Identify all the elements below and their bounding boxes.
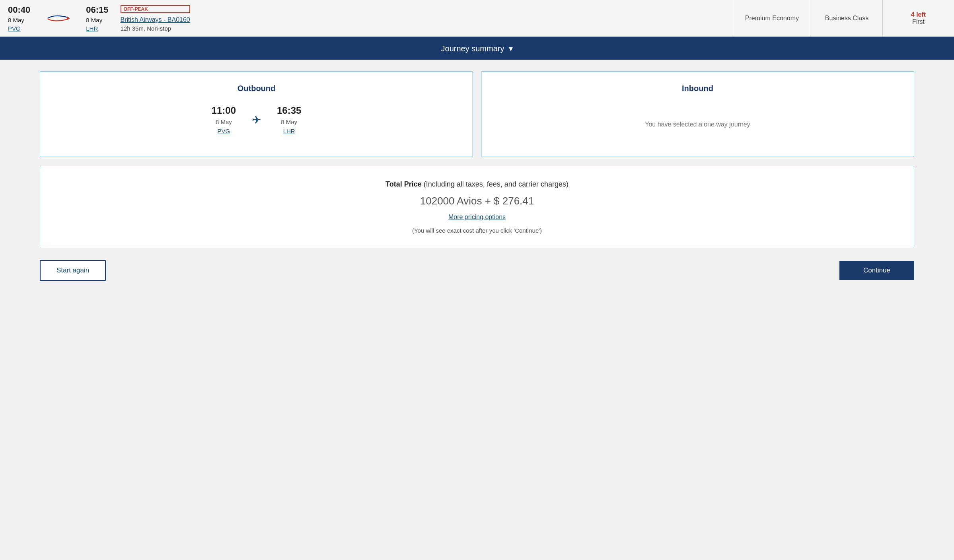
outbound-arrival: 16:35 8 May LHR	[277, 105, 301, 134]
start-again-button[interactable]: Start again	[40, 260, 106, 281]
outbound-dep-date: 8 May	[216, 119, 232, 125]
continue-button[interactable]: Continue	[839, 261, 914, 280]
departure-block: 00:40 8 May PVG	[8, 5, 30, 32]
arrival-block: 06:15 8 May LHR	[86, 5, 108, 32]
first-class-option[interactable]: 4 left First	[882, 0, 954, 37]
arrival-airport-link[interactable]: LHR	[86, 25, 108, 32]
airline-link[interactable]: British Airways - BA0160	[121, 16, 190, 23]
duration-text: 12h 35m, Non-stop	[121, 25, 190, 32]
arrival-date: 8 May	[86, 17, 108, 23]
price-card: Total Price (Including all taxes, fees, …	[40, 166, 914, 248]
seats-left-text: 4 left	[911, 11, 926, 18]
departure-airport-link[interactable]: PVG	[8, 25, 30, 32]
outbound-title: Outbound	[56, 84, 457, 93]
top-flight-row: 00:40 8 May PVG 06:15 8 May LHR OFF-PEAK…	[0, 0, 954, 37]
first-class-label: First	[912, 18, 925, 25]
outbound-departure: 11:00 8 May PVG	[212, 105, 236, 134]
outbound-dep-time: 11:00	[212, 105, 236, 116]
departure-date: 8 May	[8, 17, 30, 23]
flight-info: 00:40 8 May PVG 06:15 8 May LHR OFF-PEAK…	[0, 0, 733, 37]
price-value: 102000 Avios + $ 276.41	[56, 195, 898, 207]
business-class-option[interactable]: Business Class	[811, 0, 882, 37]
inbound-card: Inbound You have selected a one way jour…	[481, 72, 914, 156]
premium-economy-label: Premium Economy	[745, 15, 799, 22]
outbound-dep-airport[interactable]: PVG	[217, 128, 230, 134]
journey-cards: Outbound 11:00 8 May PVG ✈ 16:35 8 May L…	[40, 72, 914, 156]
journey-summary-label: Journey summary	[441, 44, 504, 53]
class-options: Premium Economy Business Class 4 left Fi…	[733, 0, 954, 37]
journey-summary-bar[interactable]: Journey summary ▾	[0, 37, 954, 60]
outbound-arr-date: 8 May	[281, 119, 297, 125]
ba-logo	[46, 12, 70, 24]
outbound-arr-time: 16:35	[277, 105, 301, 116]
inbound-title: Inbound	[497, 84, 898, 93]
chevron-down-icon: ▾	[509, 44, 513, 53]
more-pricing-link[interactable]: More pricing options	[56, 214, 898, 221]
outbound-card: Outbound 11:00 8 May PVG ✈ 16:35 8 May L…	[40, 72, 473, 156]
arrival-time: 06:15	[86, 5, 108, 15]
outbound-route: 11:00 8 May PVG ✈ 16:35 8 May LHR	[56, 105, 457, 134]
premium-economy-option[interactable]: Premium Economy	[733, 0, 811, 37]
total-price-label: Total Price (Including all taxes, fees, …	[56, 180, 898, 189]
bottom-buttons: Start again Continue	[40, 260, 914, 281]
business-class-label: Business Class	[825, 15, 868, 22]
departure-time: 00:40	[8, 5, 30, 15]
off-peak-badge: OFF-PEAK	[121, 5, 190, 13]
outbound-arr-airport[interactable]: LHR	[283, 128, 295, 134]
inbound-message: You have selected a one way journey	[497, 105, 898, 144]
main-content: Outbound 11:00 8 May PVG ✈ 16:35 8 May L…	[0, 60, 954, 293]
airplane-icon: ✈	[252, 113, 261, 126]
svg-marker-0	[67, 17, 70, 20]
flight-details: OFF-PEAK British Airways - BA0160 12h 35…	[121, 5, 190, 32]
price-note: (You will see exact cost after you click…	[56, 227, 898, 234]
total-price-bold: Total Price	[385, 180, 422, 188]
total-price-suffix: (Including all taxes, fees, and carrier …	[422, 180, 569, 188]
